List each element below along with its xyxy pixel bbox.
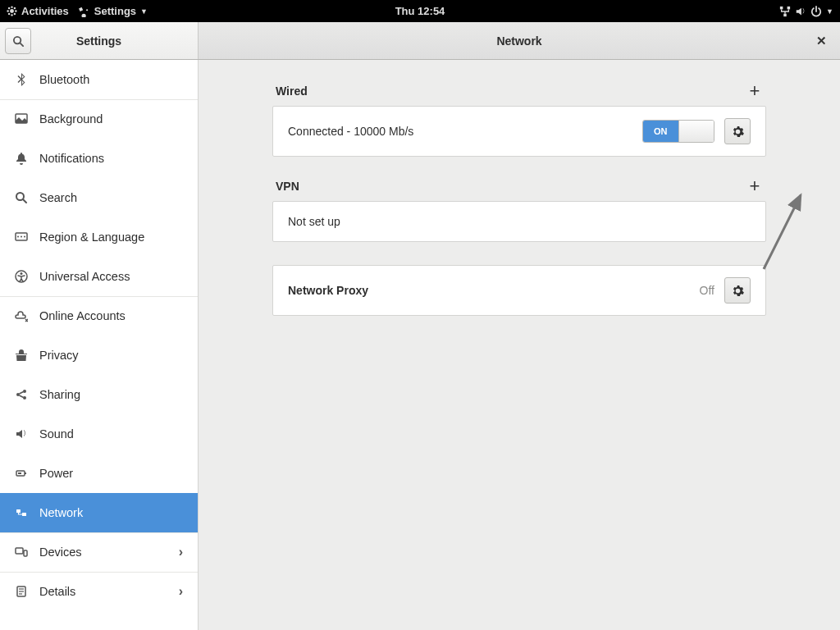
network-icon [15,506,28,519]
sidebar-item-sound[interactable]: Sound [0,414,198,454]
wired-status-label: Connected - 10000 Mb/s [288,125,642,138]
sidebar-item-network[interactable]: Network [0,493,198,532]
sidebar-item-label: Privacy [39,349,183,362]
vpn-section: VPN + Not set up [272,180,766,242]
region-icon [15,231,28,244]
toggle-on-label: ON [643,121,678,142]
sidebar-item-label: Search [39,191,183,204]
settings-sidebar: Bluetooth Background Notifications Searc… [0,60,199,630]
svg-rect-29 [16,509,21,513]
vpn-card: Not set up [272,201,766,242]
wired-settings-button[interactable] [724,118,751,144]
proxy-settings-button[interactable] [724,277,751,304]
appmenu-button[interactable]: Settings ▼ [79,5,148,17]
appmenu-label: Settings [94,5,136,17]
sidebar-item-details[interactable]: Details › [0,572,198,611]
svg-line-13 [20,43,23,46]
svg-rect-27 [25,472,26,474]
close-button[interactable]: ✕ [810,30,832,52]
system-status-area[interactable]: ▼ [779,6,833,17]
svg-rect-9 [780,6,783,9]
vpn-status-label: Not set up [288,215,751,228]
wired-title: Wired [276,84,746,98]
content-header: Network ✕ [199,22,840,59]
proxy-card: Network Proxy Off [272,265,766,316]
proxy-title: Network Proxy [288,284,700,297]
sidebar-item-power[interactable]: Power [0,454,198,493]
svg-rect-30 [22,513,26,516]
svg-point-4 [15,10,16,11]
vpn-add-button[interactable]: + [746,180,763,192]
sidebar-item-label: Online Accounts [39,309,183,322]
settings-app-icon [79,6,90,17]
wired-add-button[interactable]: + [746,85,763,97]
clock-button[interactable]: Thu 12:54 [395,5,445,17]
activities-button[interactable]: Activities [7,5,69,17]
sidebar-item-privacy[interactable]: Privacy [0,336,198,375]
wired-toggle[interactable]: ON [642,120,714,143]
sidebar-item-label: Sharing [39,388,183,401]
sidebar-item-devices[interactable]: Devices › [0,532,198,572]
volume-icon [795,6,806,17]
sidebar-item-label: Sound [39,427,183,441]
sidebar-item-universal-access[interactable]: Universal Access [0,257,198,296]
background-icon [15,112,28,126]
sharing-icon [15,388,28,401]
network-content: Wired + Connected - 10000 Mb/s ON VPN + [199,60,840,630]
svg-point-3 [7,10,8,11]
search-icon [12,35,25,48]
sidebar-item-search[interactable]: Search [0,178,198,217]
svg-point-0 [10,9,14,13]
sidebar-item-label: Region & Language [39,231,183,244]
svg-line-16 [23,199,26,203]
svg-point-8 [14,13,16,15]
power-icon [810,6,822,17]
svg-point-6 [14,7,16,9]
chevron-right-icon: › [179,584,183,599]
svg-point-1 [11,6,12,7]
svg-point-18 [17,235,19,237]
proxy-status-label: Off [700,284,714,297]
svg-point-24 [23,390,26,393]
svg-line-37 [764,195,801,269]
activities-label: Activities [21,5,69,17]
sidebar-item-notifications[interactable]: Notifications [0,139,198,178]
sidebar-header: Settings [0,22,199,59]
sidebar-item-background[interactable]: Background [0,99,198,139]
sidebar-item-online-accounts[interactable]: Online Accounts [0,296,198,336]
sidebar-item-label: Background [39,112,183,126]
wired-section: Wired + Connected - 10000 Mb/s ON [272,84,766,157]
window-headerbar: Settings Network ✕ [0,22,840,60]
bell-icon [15,152,28,165]
network-status-icon [779,6,791,17]
activities-icon [7,6,17,16]
devices-icon [15,546,28,559]
accessibility-icon [15,270,28,283]
gear-icon [732,126,744,138]
sidebar-item-label: Details [39,585,167,598]
vpn-title: VPN [276,180,746,193]
close-icon: ✕ [816,34,827,48]
sidebar-item-sharing[interactable]: Sharing [0,375,198,414]
search-button[interactable] [5,28,31,54]
svg-rect-11 [783,13,787,16]
svg-point-20 [24,235,25,237]
sidebar-item-label: Network [39,506,183,519]
svg-point-19 [21,235,22,237]
app-body: Bluetooth Background Notifications Searc… [0,60,840,630]
online-accounts-icon [15,309,28,322]
power-icon [15,467,28,480]
svg-rect-32 [24,550,27,556]
sidebar-item-bluetooth[interactable]: Bluetooth [0,60,198,99]
gear-icon [732,285,744,297]
svg-rect-31 [16,548,23,554]
svg-point-25 [23,396,26,399]
sidebar-item-region[interactable]: Region & Language [0,217,198,257]
chevron-down-icon: ▼ [140,7,148,16]
svg-point-22 [21,272,23,275]
svg-point-5 [8,7,10,9]
sidebar-item-label: Universal Access [39,270,183,283]
toggle-handle [678,121,714,142]
svg-rect-10 [788,6,791,9]
search-icon [15,191,28,204]
